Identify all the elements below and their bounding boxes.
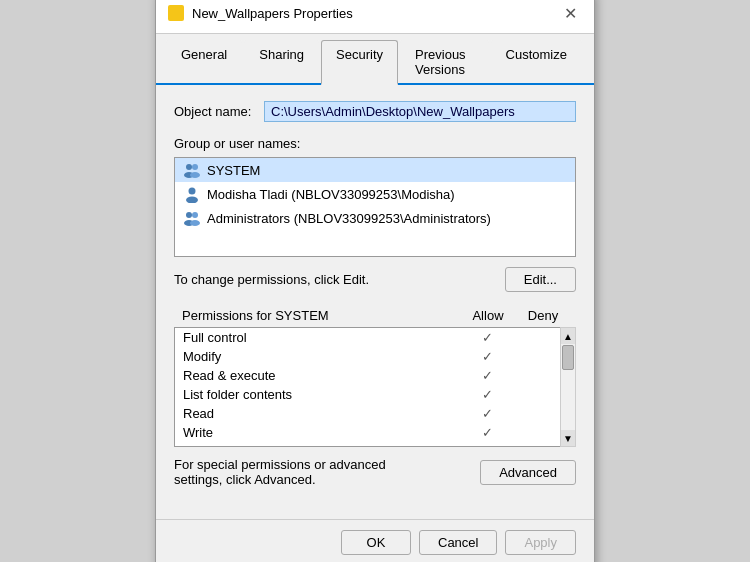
- perm-row-fullcontrol: Full control ✓: [175, 328, 575, 347]
- user-item-modisha[interactable]: Modisha Tladi (NBLOV33099253\Modisha): [175, 182, 575, 206]
- perm-name-readexecute: Read & execute: [183, 368, 457, 383]
- change-text: To change permissions, click Edit.: [174, 272, 369, 287]
- object-name-row: Object name: C:\Users\Admin\Desktop\New_…: [174, 101, 576, 122]
- svg-point-0: [186, 164, 192, 170]
- scrollbar-up-arrow[interactable]: ▲: [561, 328, 575, 344]
- svg-point-5: [186, 197, 198, 204]
- perm-allow-modify: ✓: [457, 349, 517, 364]
- perm-row-read: Read ✓: [175, 404, 575, 423]
- edit-button[interactable]: Edit...: [505, 267, 576, 292]
- security-tab-content: Object name: C:\Users\Admin\Desktop\New_…: [156, 85, 594, 519]
- tab-previous-versions[interactable]: Previous Versions: [400, 40, 489, 83]
- dialog-title: New_Wallpapers Properties: [192, 6, 353, 21]
- permissions-scrollbar[interactable]: ▲ ▼: [560, 327, 576, 447]
- tab-security[interactable]: Security: [321, 40, 398, 85]
- object-name-value: C:\Users\Admin\Desktop\New_Wallpapers: [264, 101, 576, 122]
- user-icon: [183, 185, 201, 203]
- advanced-button[interactable]: Advanced: [480, 460, 576, 485]
- cancel-button[interactable]: Cancel: [419, 530, 497, 555]
- permissions-table[interactable]: Full control ✓ Modify ✓ Read & execute ✓…: [174, 327, 576, 447]
- col-deny-label: Deny: [518, 308, 568, 323]
- tab-general[interactable]: General: [166, 40, 242, 83]
- svg-point-7: [192, 212, 198, 218]
- title-bar: New_Wallpapers Properties ✕: [156, 0, 594, 34]
- scrollbar-down-arrow[interactable]: ▼: [561, 430, 575, 446]
- svg-point-1: [192, 164, 198, 170]
- perm-name-modify: Modify: [183, 349, 457, 364]
- perm-name-fullcontrol: Full control: [183, 330, 457, 345]
- users-list[interactable]: SYSTEM Modisha Tladi (NBLOV33099253\Modi…: [174, 157, 576, 257]
- scrollbar-thumb[interactable]: [562, 345, 574, 370]
- permissions-wrapper: Full control ✓ Modify ✓ Read & execute ✓…: [174, 327, 576, 447]
- col-allow-label: Allow: [458, 308, 518, 323]
- change-permissions-row: To change permissions, click Edit. Edit.…: [174, 267, 576, 292]
- ok-button[interactable]: OK: [341, 530, 411, 555]
- title-bar-left: New_Wallpapers Properties: [168, 5, 353, 21]
- user-name-system: SYSTEM: [207, 163, 260, 178]
- tab-sharing[interactable]: Sharing: [244, 40, 319, 83]
- svg-point-4: [189, 188, 196, 195]
- svg-point-6: [186, 212, 192, 218]
- close-button[interactable]: ✕: [558, 1, 582, 25]
- user-item-administrators[interactable]: Administrators (NBLOV33099253\Administra…: [175, 206, 575, 230]
- perm-allow-listfolder: ✓: [457, 387, 517, 402]
- special-text: For special permissions or advanced sett…: [174, 457, 424, 487]
- user-name-administrators: Administrators (NBLOV33099253\Administra…: [207, 211, 491, 226]
- svg-point-3: [190, 172, 200, 178]
- perm-row-listfolder: List folder contents ✓: [175, 385, 575, 404]
- group-icon: [183, 161, 201, 179]
- group-icon-admin: [183, 209, 201, 227]
- user-item-system[interactable]: SYSTEM: [175, 158, 575, 182]
- perm-name-read: Read: [183, 406, 457, 421]
- tab-customize[interactable]: Customize: [491, 40, 582, 83]
- perm-row-modify: Modify ✓: [175, 347, 575, 366]
- dialog-footer: OK Cancel Apply: [156, 519, 594, 562]
- perm-name-write: Write: [183, 425, 457, 440]
- object-name-label: Object name:: [174, 104, 264, 119]
- permissions-header-row: Permissions for SYSTEM Allow Deny: [174, 306, 576, 325]
- user-name-modisha: Modisha Tladi (NBLOV33099253\Modisha): [207, 187, 455, 202]
- special-permissions-row: For special permissions or advanced sett…: [174, 457, 576, 487]
- perm-allow-readexecute: ✓: [457, 368, 517, 383]
- perm-row-readexecute: Read & execute ✓: [175, 366, 575, 385]
- perm-allow-read: ✓: [457, 406, 517, 421]
- group-label: Group or user names:: [174, 136, 576, 151]
- perm-allow-write: ✓: [457, 425, 517, 440]
- properties-dialog: New_Wallpapers Properties ✕ General Shar…: [155, 0, 595, 562]
- svg-point-9: [190, 220, 200, 226]
- permissions-label: Permissions for SYSTEM: [182, 308, 458, 323]
- perm-name-listfolder: List folder contents: [183, 387, 457, 402]
- folder-icon: [168, 5, 184, 21]
- perm-row-write: Write ✓: [175, 423, 575, 442]
- perm-allow-fullcontrol: ✓: [457, 330, 517, 345]
- apply-button[interactable]: Apply: [505, 530, 576, 555]
- tabs-bar: General Sharing Security Previous Versio…: [156, 34, 594, 85]
